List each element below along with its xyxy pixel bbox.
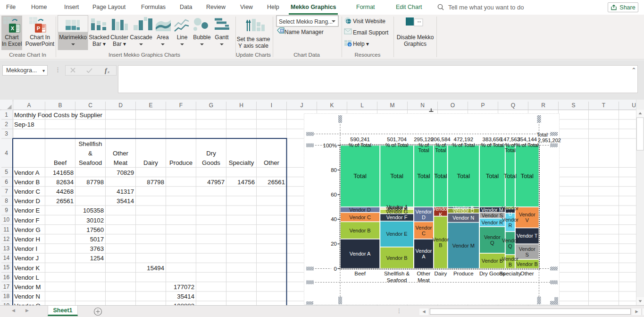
svg-text:18: 18 — [3, 293, 10, 300]
svg-text:Goods: Goods — [202, 159, 220, 166]
svg-text:60: 60 — [331, 192, 337, 197]
svg-text:A: A — [27, 102, 31, 109]
svg-text:41317: 41317 — [117, 188, 134, 195]
svg-text:G: G — [209, 102, 213, 109]
svg-text:Vendor K: Vendor K — [14, 265, 40, 272]
svg-text:15: 15 — [3, 264, 10, 271]
svg-text:501,704: 501,704 — [387, 137, 407, 142]
svg-text:% of Total: % of Total — [452, 142, 475, 148]
svg-text:26561: 26561 — [56, 197, 74, 205]
svg-text:80: 80 — [331, 167, 337, 173]
svg-text:Specialty: Specialty — [229, 159, 254, 166]
svg-text:x: x — [107, 69, 109, 74]
svg-text:1254: 1254 — [90, 255, 104, 262]
svg-text:Vendor B: Vendor B — [482, 258, 503, 264]
svg-text:17: 17 — [3, 283, 10, 290]
svg-text:L: L — [360, 102, 364, 109]
svg-text:Vendor M: Vendor M — [452, 243, 475, 248]
svg-text:Total: Total — [418, 147, 429, 153]
svg-text:E: E — [149, 102, 152, 109]
svg-text:Total: Total — [536, 132, 547, 137]
svg-text:11: 11 — [3, 226, 9, 233]
svg-text:T: T — [602, 102, 606, 109]
svg-text:K: K — [330, 102, 334, 109]
svg-text:Vendor R: Vendor R — [481, 220, 503, 225]
svg-text:R: R — [508, 223, 512, 228]
svg-text:8: 8 — [5, 197, 8, 204]
svg-text:2,951,202: 2,951,202 — [538, 137, 561, 143]
svg-text:Vendor E: Vendor E — [386, 231, 407, 237]
svg-text:F: F — [179, 102, 183, 109]
svg-text:Vendor J: Vendor J — [386, 204, 407, 210]
svg-text:V: V — [526, 217, 529, 223]
svg-text:Vendor: Vendor — [519, 246, 535, 252]
svg-text:Vendor C: Vendor C — [14, 188, 40, 195]
svg-text:Vendor I: Vendor I — [14, 245, 37, 252]
svg-text:87798: 87798 — [147, 179, 164, 186]
svg-text:7: 7 — [5, 188, 8, 195]
svg-text:87798: 87798 — [86, 179, 104, 186]
svg-text:N: N — [420, 102, 425, 109]
svg-text:Seafood: Seafood — [79, 159, 102, 166]
svg-text:Shellfish &: Shellfish & — [384, 271, 410, 276]
svg-text:Produce: Produce — [169, 159, 192, 166]
svg-text:C: C — [422, 231, 426, 236]
svg-text:26561: 26561 — [268, 179, 285, 186]
svg-text:Total: Total — [520, 172, 534, 180]
svg-text:Total: Total — [435, 147, 446, 153]
svg-text:Vendor B: Vendor B — [14, 179, 40, 186]
svg-text:10: 10 — [3, 216, 10, 223]
svg-text:Produce: Produce — [453, 271, 474, 276]
svg-text:70829: 70829 — [117, 169, 134, 176]
svg-text:Vendor B: Vendor B — [517, 261, 538, 267]
svg-text:3: 3 — [5, 130, 8, 137]
svg-text:35414: 35414 — [177, 293, 194, 300]
svg-text:383,656: 383,656 — [483, 137, 502, 142]
svg-text:Vendor T: Vendor T — [517, 233, 538, 239]
svg-text:177072: 177072 — [174, 283, 194, 291]
svg-text:Q: Q — [508, 243, 512, 249]
svg-text:Other: Other — [113, 150, 129, 157]
svg-text:12: 12 — [3, 236, 10, 242]
svg-text:Other: Other — [264, 159, 280, 166]
svg-text:Vendor E: Vendor E — [14, 207, 40, 214]
svg-text:Vendor N: Vendor N — [14, 293, 40, 300]
svg-text:Dairy: Dairy — [143, 159, 158, 166]
svg-text:C: C — [88, 102, 92, 109]
svg-text:S: S — [526, 252, 529, 257]
svg-text:M: M — [390, 102, 395, 109]
svg-text:Vendor: Vendor — [432, 206, 449, 212]
svg-text:47957: 47957 — [207, 179, 225, 186]
svg-text:105358: 105358 — [83, 207, 104, 214]
svg-text:Vendor: Vendor — [519, 212, 535, 217]
svg-text:Specialty: Specialty — [499, 271, 521, 276]
svg-text:6: 6 — [5, 179, 8, 185]
svg-text:35414: 35414 — [117, 197, 134, 205]
svg-text:Vendor: Vendor — [484, 234, 501, 240]
svg-text:472,192: 472,192 — [454, 137, 474, 142]
svg-text:Vendor M: Vendor M — [14, 283, 41, 291]
svg-text:13: 13 — [3, 245, 10, 252]
svg-text:Seafood: Seafood — [387, 277, 407, 283]
svg-text:% of Total: % of Total — [481, 142, 503, 148]
svg-text:J: J — [301, 102, 303, 109]
svg-text:X: X — [11, 26, 15, 31]
svg-text:Vendor: Vendor — [502, 217, 519, 223]
svg-text:Vendor S: Vendor S — [482, 213, 503, 218]
svg-text:Meat: Meat — [418, 277, 430, 283]
svg-text:Dry: Dry — [206, 150, 216, 157]
svg-text:Vendor A: Vendor A — [350, 251, 371, 257]
svg-text:Other: Other — [520, 271, 534, 276]
svg-text:Total: Total — [434, 172, 447, 180]
svg-text:Vendor F: Vendor F — [14, 217, 40, 224]
svg-text:17560: 17560 — [86, 226, 104, 233]
svg-text:100%: 100% — [323, 143, 337, 148]
svg-text:% of Total: % of Total — [349, 142, 371, 148]
svg-text:141658: 141658 — [53, 169, 74, 176]
svg-text:1: 1 — [5, 111, 8, 118]
svg-text:Total: Total — [417, 172, 430, 180]
svg-text:Beef: Beef — [54, 159, 67, 166]
svg-text:S: S — [571, 102, 575, 109]
svg-text:Q: Q — [511, 102, 515, 109]
svg-text:Vendor F: Vendor F — [386, 214, 408, 220]
